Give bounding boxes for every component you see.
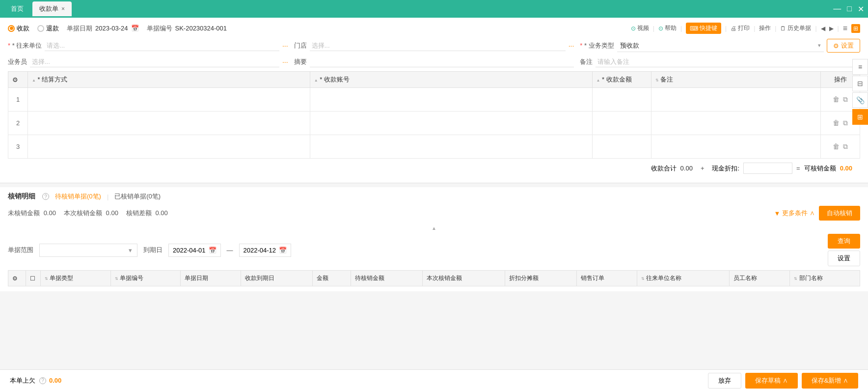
due-date-end-input[interactable]: 2022-04-12 📅 bbox=[239, 244, 292, 257]
row-account-2[interactable] bbox=[310, 112, 592, 135]
toolbar-operation[interactable]: 操作 bbox=[759, 24, 771, 32]
date-end-calendar-icon: 📅 bbox=[279, 247, 287, 254]
note-label: 备注 bbox=[580, 57, 593, 66]
grid-view-icon[interactable]: ⊞ bbox=[851, 24, 860, 33]
due-date-start-input[interactable]: 2022-04-01 📅 bbox=[168, 244, 221, 257]
biztype-select[interactable]: 预收款 ▾ bbox=[617, 40, 824, 52]
delete-row-2[interactable]: 🗑 bbox=[833, 119, 840, 127]
tab-bar-left: 首页 收款单 × bbox=[4, 1, 72, 16]
query-button[interactable]: 查询 bbox=[828, 234, 860, 249]
due-date-end-value: 2022-04-12 bbox=[244, 247, 276, 254]
delete-row-3[interactable]: 🗑 bbox=[833, 142, 840, 150]
list-view-icon[interactable]: ≡ bbox=[843, 24, 847, 33]
available-value: 0.00 bbox=[840, 165, 852, 172]
row-note-3[interactable] bbox=[651, 135, 820, 159]
sort-icon: ⇅ bbox=[45, 277, 48, 281]
sort-icon2: ⇅ bbox=[115, 277, 118, 281]
save-draft-button[interactable]: 保存草稿 ∧ bbox=[745, 373, 798, 389]
date-start-calendar-icon: 📅 bbox=[209, 247, 217, 254]
minimize-icon[interactable]: — bbox=[833, 4, 841, 13]
form-area: 收款 退款 单据日期 2023-03-24 📅 单据编号 SK-20230 bbox=[0, 18, 868, 183]
calendar-icon[interactable]: 📅 bbox=[131, 25, 139, 32]
row-settlement-1[interactable] bbox=[28, 88, 310, 112]
form-toolbar-left: 收款 退款 单据日期 2023-03-24 📅 单据编号 SK-20230 bbox=[8, 24, 227, 33]
row-amount-2[interactable] bbox=[592, 112, 651, 135]
table-account-header: * 收款账号 bbox=[310, 72, 592, 88]
vtable-duedate-header: 收款到期日 bbox=[241, 271, 313, 286]
bottom-info-icon[interactable]: ? bbox=[39, 377, 46, 384]
copy-row-1[interactable]: ⧉ bbox=[843, 95, 848, 103]
summary-input[interactable] bbox=[310, 56, 574, 67]
salesman-field: 业务员 ··· bbox=[8, 56, 288, 67]
copy-row-3[interactable]: ⧉ bbox=[843, 142, 848, 150]
nav-right-icon[interactable]: ▶ bbox=[829, 25, 834, 32]
verify-title: 核销明细 bbox=[8, 192, 35, 201]
sidebar-icon-active[interactable]: ⊞ bbox=[852, 109, 868, 125]
collapse-indicator[interactable]: ▲ bbox=[8, 225, 860, 231]
tab-shoukuan[interactable]: 收款单 × bbox=[32, 1, 72, 16]
radio-tuikuan[interactable]: 退款 bbox=[37, 24, 59, 33]
row-amount-1[interactable] bbox=[592, 88, 651, 112]
store-input[interactable] bbox=[310, 40, 566, 51]
note-col-icon: ⇅ bbox=[655, 78, 659, 83]
range-select-arrow: ▾ bbox=[129, 247, 132, 254]
row-settlement-2[interactable] bbox=[28, 112, 310, 135]
auto-verify-button[interactable]: 自动核销 bbox=[819, 206, 860, 221]
toolbar-print[interactable]: 🖨 打印 bbox=[731, 24, 750, 32]
delete-row-1[interactable]: 🗑 bbox=[833, 95, 840, 103]
toolbar-video[interactable]: ⊙ 视频 bbox=[631, 24, 649, 32]
counterparty-label: * 往来单位 bbox=[8, 41, 42, 50]
discount-input[interactable] bbox=[743, 163, 792, 174]
filter-buttons: 查询 设置 bbox=[828, 234, 860, 266]
toolbar-shortcut[interactable]: ⌨ 快捷键 bbox=[686, 23, 721, 34]
vtable-saleorder-header: 销售订单 bbox=[576, 271, 637, 286]
verify-settings-button[interactable]: 设置 bbox=[828, 251, 860, 266]
tab-done[interactable]: 已核销单据(0笔) bbox=[114, 192, 161, 201]
row-account-1[interactable] bbox=[310, 88, 592, 112]
window-close-icon[interactable]: ✕ bbox=[858, 4, 864, 14]
nav-left-icon[interactable]: ◀ bbox=[821, 25, 825, 32]
maximize-icon[interactable]: □ bbox=[847, 4, 852, 13]
salesman-label: 业务员 bbox=[8, 57, 27, 66]
verify-info-icon[interactable]: ? bbox=[42, 193, 49, 200]
bill-date-value: 2023-03-24 bbox=[95, 25, 128, 32]
note-input[interactable] bbox=[596, 56, 860, 67]
sidebar-icon-table[interactable]: ≡ bbox=[852, 59, 868, 75]
toolbar-history[interactable]: 🗒 历史单据 bbox=[780, 24, 811, 32]
table-gear-header[interactable]: ⚙ bbox=[8, 72, 28, 88]
save-new-button[interactable]: 保存&新增 ∧ bbox=[802, 373, 858, 389]
salesman-more[interactable]: ··· bbox=[282, 58, 288, 66]
more-conditions[interactable]: ▼ 更多条件 ∧ bbox=[774, 209, 815, 218]
toolbar-help[interactable]: ⊙ 帮助 bbox=[658, 24, 677, 32]
store-more[interactable]: ··· bbox=[569, 42, 574, 50]
abandon-button[interactable]: 放弃 bbox=[708, 373, 741, 389]
unchecked-stat: 未核销金额 0.00 bbox=[8, 209, 56, 218]
current-stat: 本次核销金额 0.00 bbox=[64, 209, 118, 218]
row-account-3[interactable] bbox=[310, 135, 592, 159]
tab-home[interactable]: 首页 bbox=[4, 1, 30, 16]
counterparty-input[interactable] bbox=[45, 40, 279, 51]
row-note-1[interactable] bbox=[651, 88, 820, 112]
sidebar-icon-calc[interactable]: ⊟ bbox=[852, 76, 868, 91]
vtable-gear-header[interactable]: ⚙ bbox=[8, 271, 26, 286]
copy-row-2[interactable]: ⧉ bbox=[843, 119, 848, 127]
radio-shoukuan[interactable]: 收款 bbox=[8, 24, 29, 33]
tab-pending[interactable]: 待核销单据(0笔) bbox=[55, 192, 101, 201]
table-amount-header: * 收款金额 bbox=[592, 72, 651, 88]
counterparty-more[interactable]: ··· bbox=[282, 42, 288, 50]
row-amount-3[interactable] bbox=[592, 135, 651, 159]
range-select[interactable]: ▾ bbox=[39, 244, 137, 257]
salesman-input[interactable] bbox=[30, 56, 279, 67]
vtable-checkbox-header[interactable]: ☐ bbox=[26, 271, 41, 286]
sidebar-icon-clip[interactable]: 📎 bbox=[852, 92, 868, 108]
vtable-dept-header: ⇅ 部门名称 bbox=[790, 271, 860, 286]
shortcut-icon: ⌨ bbox=[690, 25, 698, 32]
row-note-2[interactable] bbox=[651, 112, 820, 135]
filter-row: 单据范围 ▾ 到期日 2022-04-01 📅 — 2022-04-12 📅 查… bbox=[8, 234, 860, 266]
settings-button[interactable]: ⚙ 设置 bbox=[827, 39, 860, 53]
current-value: 0.00 bbox=[106, 209, 118, 217]
row-settlement-3[interactable] bbox=[28, 135, 310, 159]
discount-label: 现金折扣: bbox=[712, 164, 739, 173]
sort-icon4: ⇅ bbox=[794, 277, 797, 281]
tab-close-icon[interactable]: × bbox=[61, 5, 65, 12]
